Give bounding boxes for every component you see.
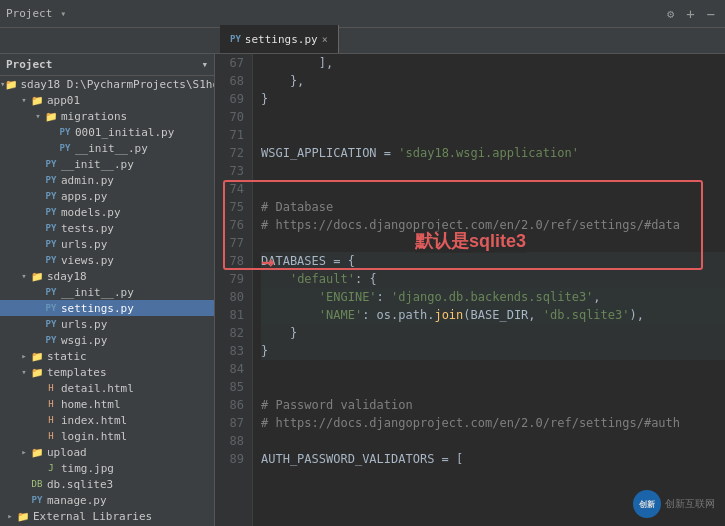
sidebar-item-static[interactable]: 📁static bbox=[0, 348, 214, 364]
sidebar-item-sday18[interactable]: 📁sday18 bbox=[0, 268, 214, 284]
code-line: } bbox=[261, 324, 725, 342]
tree-arrow bbox=[18, 447, 30, 457]
line-number: 85 bbox=[223, 378, 244, 396]
tree-item-label: tests.py bbox=[61, 222, 114, 235]
sidebar-item-login.html[interactable]: Hlogin.html bbox=[0, 428, 214, 444]
sidebar-item-__init__migrations.py[interactable]: PY__init__.py bbox=[0, 140, 214, 156]
tab-settings-py[interactable]: PY settings.py × bbox=[220, 25, 339, 53]
sidebar-item-views.py[interactable]: PYviews.py bbox=[0, 252, 214, 268]
code-token: 'ENGINE' bbox=[319, 288, 377, 306]
sidebar-item-urls.py[interactable]: PYurls.py bbox=[0, 236, 214, 252]
sidebar-item-index.html[interactable]: Hindex.html bbox=[0, 412, 214, 428]
file-icon: PY bbox=[44, 317, 58, 331]
sidebar-item-__init__app.py[interactable]: PY__init__.py bbox=[0, 156, 214, 172]
code-token: AUTH_PASSWORD_VALIDATORS = [ bbox=[261, 450, 463, 468]
file-icon: 📁 bbox=[30, 93, 44, 107]
code-line bbox=[261, 234, 725, 252]
line-number: 84 bbox=[223, 360, 244, 378]
line-number: 73 bbox=[223, 162, 244, 180]
sidebar-item-tests.py[interactable]: PYtests.py bbox=[0, 220, 214, 236]
tree-item-label: __init__.py bbox=[61, 158, 134, 171]
sidebar-item-urls_sday18.py[interactable]: PYurls.py bbox=[0, 316, 214, 332]
tree-item-label: apps.py bbox=[61, 190, 107, 203]
sidebar-item-templates[interactable]: 📁templates bbox=[0, 364, 214, 380]
code-line: 'NAME': os.path.join(BASE_DIR, 'db.sqlit… bbox=[261, 306, 725, 324]
tree-item-label: 0001_initial.py bbox=[75, 126, 174, 139]
file-icon: 📁 bbox=[16, 509, 30, 523]
tree-item-label: db.sqlite3 bbox=[47, 478, 113, 491]
code-token: # Database bbox=[261, 198, 333, 216]
tree-item-label: app01 bbox=[47, 94, 80, 107]
line-number: 74 bbox=[223, 180, 244, 198]
sidebar: Project ▾ 📁sday18 D:\PycharmProjects\S1h… bbox=[0, 54, 215, 526]
file-icon: PY bbox=[44, 237, 58, 251]
code-line bbox=[261, 162, 725, 180]
sidebar-toggle[interactable]: ▾ bbox=[201, 58, 208, 71]
sidebar-item-admin.py[interactable]: PYadmin.py bbox=[0, 172, 214, 188]
plus-icon[interactable]: + bbox=[686, 6, 694, 22]
code-token: (BASE_DIR, bbox=[463, 306, 542, 324]
sidebar-item-sday18-root[interactable]: 📁sday18 D:\PycharmProjects\S1home... bbox=[0, 76, 214, 92]
file-icon: PY bbox=[44, 253, 58, 267]
line-number: 67 bbox=[223, 54, 244, 72]
tab-close-icon[interactable]: × bbox=[322, 34, 328, 45]
minus-icon[interactable]: − bbox=[707, 6, 715, 22]
line-number: 80 bbox=[223, 288, 244, 306]
line-number: 72 bbox=[223, 144, 244, 162]
sidebar-item-home.html[interactable]: Hhome.html bbox=[0, 396, 214, 412]
line-number: 69 bbox=[223, 90, 244, 108]
code-token: 'NAME' bbox=[319, 306, 362, 324]
code-token: ], bbox=[261, 54, 333, 72]
sidebar-item-wsgi.py[interactable]: PYwsgi.py bbox=[0, 332, 214, 348]
code-token: WSGI_APPLICATION = bbox=[261, 144, 398, 162]
sidebar-item-app01[interactable]: 📁app01 bbox=[0, 92, 214, 108]
sidebar-item-apps.py[interactable]: PYapps.py bbox=[0, 188, 214, 204]
code-line bbox=[261, 378, 725, 396]
sidebar-item-manage.py[interactable]: PYmanage.py bbox=[0, 492, 214, 508]
sidebar-item-db.sqlite3[interactable]: DBdb.sqlite3 bbox=[0, 476, 214, 492]
tree-item-label: __init__.py bbox=[61, 286, 134, 299]
file-icon: J bbox=[44, 461, 58, 475]
sidebar-item-__init__sday18.py[interactable]: PY__init__.py bbox=[0, 284, 214, 300]
line-number: 87 bbox=[223, 414, 244, 432]
line-number: 76 bbox=[223, 216, 244, 234]
editor-area: 6768697071727374757677787980818283848586… bbox=[215, 54, 725, 526]
tree-item-label: __init__.py bbox=[75, 142, 148, 155]
tree-item-label: index.html bbox=[61, 414, 127, 427]
dropdown-icon[interactable]: ▾ bbox=[60, 8, 66, 19]
line-number: 71 bbox=[223, 126, 244, 144]
code-token bbox=[261, 306, 319, 324]
code-token bbox=[261, 288, 319, 306]
sidebar-title: Project bbox=[6, 58, 52, 71]
code-token bbox=[261, 270, 290, 288]
file-icon: 📁 bbox=[44, 109, 58, 123]
settings-icon[interactable]: ⚙ bbox=[667, 7, 674, 21]
tree-arrow bbox=[18, 351, 30, 361]
watermark-logo-text: 创新 bbox=[639, 499, 655, 510]
sidebar-item-0001_initial.py[interactable]: PY0001_initial.py bbox=[0, 124, 214, 140]
line-number: 77 bbox=[223, 234, 244, 252]
sidebar-item-external[interactable]: 📁External Libraries bbox=[0, 508, 214, 524]
code-line bbox=[261, 126, 725, 144]
title-bar: Project ▾ ⚙ + − bbox=[0, 0, 725, 28]
line-numbers: 6768697071727374757677787980818283848586… bbox=[215, 54, 253, 526]
tree-item-label: sday18 bbox=[47, 270, 87, 283]
sidebar-item-detail.html[interactable]: Hdetail.html bbox=[0, 380, 214, 396]
tree-arrow bbox=[18, 271, 30, 281]
file-icon: H bbox=[44, 429, 58, 443]
file-icon: PY bbox=[44, 205, 58, 219]
tree-item-label: upload bbox=[47, 446, 87, 459]
file-icon: PY bbox=[44, 173, 58, 187]
sidebar-item-settings.py[interactable]: PYsettings.py bbox=[0, 300, 214, 316]
line-number: 82 bbox=[223, 324, 244, 342]
code-area[interactable]: ], },} WSGI_APPLICATION = 'sday18.wsgi.a… bbox=[253, 54, 725, 526]
code-line: } bbox=[261, 342, 725, 360]
sidebar-item-upload[interactable]: 📁upload bbox=[0, 444, 214, 460]
file-icon: PY bbox=[44, 157, 58, 171]
sidebar-item-timg.jpg[interactable]: Jtimg.jpg bbox=[0, 460, 214, 476]
tab-label: settings.py bbox=[245, 33, 318, 46]
sidebar-item-migrations[interactable]: 📁migrations bbox=[0, 108, 214, 124]
tree-arrow bbox=[4, 511, 16, 521]
code-line: }, bbox=[261, 72, 725, 90]
sidebar-item-models.py[interactable]: PYmodels.py bbox=[0, 204, 214, 220]
